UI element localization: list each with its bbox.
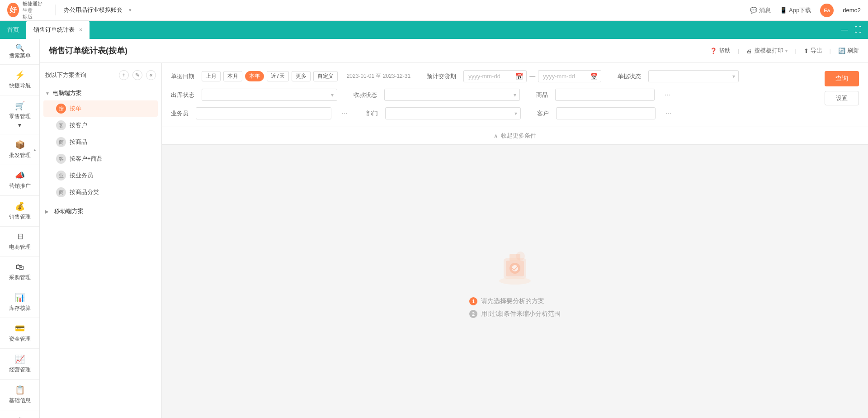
industry-dropdown-icon[interactable]: ▾ <box>129 7 132 13</box>
ds-this-month[interactable]: 本月 <box>223 71 242 81</box>
collapse-icon: ∧ <box>494 133 498 139</box>
scheme-item-by-category[interactable]: 商 按商品分类 <box>43 184 158 200</box>
sidebar-search-label: 搜索菜单 <box>4 52 36 60</box>
desktop-group-label: 电脑端方案 <box>52 89 82 97</box>
message-action[interactable]: 💬 消息 <box>750 6 771 14</box>
department-select[interactable] <box>385 107 521 119</box>
customer-input[interactable] <box>556 107 656 119</box>
filter-main-row: 单据日期 上月 本月 本年 近7天 更多 自定义 2023-01-01 至 20… <box>171 70 859 119</box>
filter-row-3: 业务员 ··· 部门 ▾ 客户 <box>171 107 816 119</box>
tab-maximize-icon[interactable]: ⛶ <box>853 24 863 36</box>
scheme-item-by-order[interactable]: 按 按单 <box>43 100 158 117</box>
export-btn[interactable]: ⬆ 导出 <box>804 47 822 55</box>
ds-last-month[interactable]: 上月 <box>202 71 221 81</box>
settings-button[interactable]: 设置 <box>825 91 859 105</box>
page-title: 销售订单统计表(按单) <box>49 45 127 62</box>
marketing-icon: 📣 <box>15 171 25 180</box>
main-content: 销售订单统计表(按单) ❓ 帮助 | 🖨 按模板打印 ▾ | ⬆ 导出 | <box>40 39 868 418</box>
app-download-action[interactable]: 📱 App下载 <box>780 6 811 14</box>
expected-date-group: 📅 — 📅 <box>463 70 601 82</box>
expected-date-end[interactable] <box>538 70 601 82</box>
left-panel-header: 按以下方案查询 + ✎ « <box>40 67 161 85</box>
customer-label: 客户 <box>537 109 549 118</box>
add-scheme-btn[interactable]: + <box>119 70 129 80</box>
user-avatar[interactable]: Ea <box>820 4 834 17</box>
scheme-item-by-product[interactable]: 商 按商品 <box>43 134 158 150</box>
sidebar-item-wholesale[interactable]: 📦 批发管理 <box>0 134 39 165</box>
mobile-group-header[interactable]: ▶ 移动端方案 <box>40 204 161 218</box>
product-dots[interactable]: ··· <box>662 90 673 100</box>
retail-icon: 🛒 <box>15 101 25 111</box>
industry-title[interactable]: 办公用品行业模拟账套 <box>64 6 123 14</box>
payment-status-select[interactable] <box>384 89 520 101</box>
expected-date-start-wrap: 📅 <box>463 70 527 82</box>
sidebar-item-retail[interactable]: 🛒 零售管理 <box>0 95 39 134</box>
ship-status-select[interactable] <box>202 89 337 101</box>
by-customer-product-icon: 客 <box>56 154 66 164</box>
user-name[interactable]: demo2 <box>843 7 861 14</box>
sidebar-item-inventory[interactable]: 📊 库存核算 <box>0 287 39 318</box>
expected-date-start[interactable] <box>463 70 527 82</box>
salesperson-dots[interactable]: ··· <box>339 109 350 119</box>
tab-bar-right: — ⛶ <box>839 24 868 36</box>
print-btn[interactable]: 🖨 按模板打印 ▾ <box>746 47 788 55</box>
by-category-icon: 商 <box>56 187 66 197</box>
sidebar-search[interactable]: 🔍 搜索菜单 <box>0 39 39 65</box>
collapse-icon: « <box>150 72 153 78</box>
add-icon: + <box>122 72 125 78</box>
layout: 🔍 搜索菜单 ⚡ 快捷导航 🛒 零售管理 📦 批发管理 📣 营销推广 💰 销售管… <box>0 39 868 418</box>
ds-this-year[interactable]: 本年 <box>245 71 264 81</box>
logo-area[interactable]: 好 畅捷通好生意 标版 <box>7 0 47 20</box>
sidebar-item-sales[interactable]: 💰 销售管理 <box>0 196 39 227</box>
help-icon: ❓ <box>710 48 717 54</box>
ds-custom[interactable]: 自定义 <box>313 71 338 81</box>
print-dropdown-icon: ▾ <box>785 48 788 53</box>
tab-minimize-icon[interactable]: — <box>839 24 850 36</box>
expected-date-label: 预计交货期 <box>427 72 456 81</box>
action-split-3: | <box>830 48 831 54</box>
date-range-display: 2023-01-01 至 2023-12-31 <box>347 72 410 80</box>
tab-active-label: 销售订单统计表 <box>33 26 75 34</box>
refresh-icon: 🔄 <box>838 48 845 54</box>
edit-scheme-btn[interactable]: ✎ <box>132 70 142 80</box>
ds-more[interactable]: 更多 <box>292 71 311 81</box>
sidebar-item-operations[interactable]: 📈 经营管理 <box>0 349 39 380</box>
sidebar-item-finance[interactable]: 💳 资金管理 <box>0 318 39 349</box>
tab-home[interactable]: 首页 <box>0 21 26 39</box>
ship-status-select-wrap: ▾ <box>202 89 337 101</box>
customer-dots[interactable]: ··· <box>663 109 674 119</box>
desktop-group-header[interactable]: ▼ 电脑端方案 <box>40 86 161 100</box>
action-split-2: | <box>795 48 796 54</box>
top-bar-left: 好 畅捷通好生意 标版 办公用品行业模拟账套 ▾ <box>7 0 132 20</box>
salesperson-input[interactable] <box>196 107 331 119</box>
sidebar-item-ecommerce[interactable]: 🖥 电商管理 <box>0 227 39 257</box>
tab-close-icon[interactable]: × <box>79 27 82 33</box>
ds-last-7days[interactable]: 近7天 <box>267 71 289 81</box>
scheme-item-by-customer-product[interactable]: 客 按客户+商品 <box>43 151 158 167</box>
help-btn[interactable]: ❓ 帮助 <box>710 47 731 55</box>
scheme-item-by-salesperson[interactable]: 业 按业务员 <box>43 167 158 184</box>
sidebar-item-quick-nav[interactable]: ⚡ 快捷导航 <box>0 65 39 95</box>
print-icon: 🖨 <box>746 48 752 54</box>
tab-bar: 首页 销售订单统计表 × — ⛶ <box>0 21 868 39</box>
avatar-text: Ea <box>824 8 830 13</box>
collapse-bar[interactable]: ∧ 收起更多条件 <box>162 127 868 145</box>
refresh-btn[interactable]: 🔄 刷新 <box>838 47 859 55</box>
sidebar-item-marketing[interactable]: 📣 营销推广 <box>0 165 39 196</box>
sidebar-item-system[interactable]: ⚙ 系统管理 <box>0 410 39 418</box>
basic-icon: 📋 <box>15 385 25 395</box>
sidebar: 🔍 搜索菜单 ⚡ 快捷导航 🛒 零售管理 📦 批发管理 📣 营销推广 💰 销售管… <box>0 39 40 418</box>
tip-2-text: 用[过滤]条件来缩小分析范围 <box>481 310 561 318</box>
sidebar-item-basic[interactable]: 📋 基础信息 <box>0 380 39 410</box>
app-label: App下载 <box>789 6 811 14</box>
top-bar: 好 畅捷通好生意 标版 办公用品行业模拟账套 ▾ 💬 消息 📱 App下载 Ea… <box>0 0 868 21</box>
empty-illustration <box>492 245 538 290</box>
sidebar-item-purchase[interactable]: 🛍 采购管理 <box>0 257 39 287</box>
collapse-panel-btn[interactable]: « <box>146 70 156 80</box>
tab-sales-order[interactable]: 销售订单统计表 × <box>26 21 90 39</box>
query-button[interactable]: 查询 <box>825 71 859 86</box>
product-input[interactable] <box>555 89 655 101</box>
left-panel-icons: + ✎ « <box>119 70 156 80</box>
status-select[interactable] <box>648 70 739 82</box>
scheme-item-by-customer[interactable]: 客 按客户 <box>43 117 158 133</box>
